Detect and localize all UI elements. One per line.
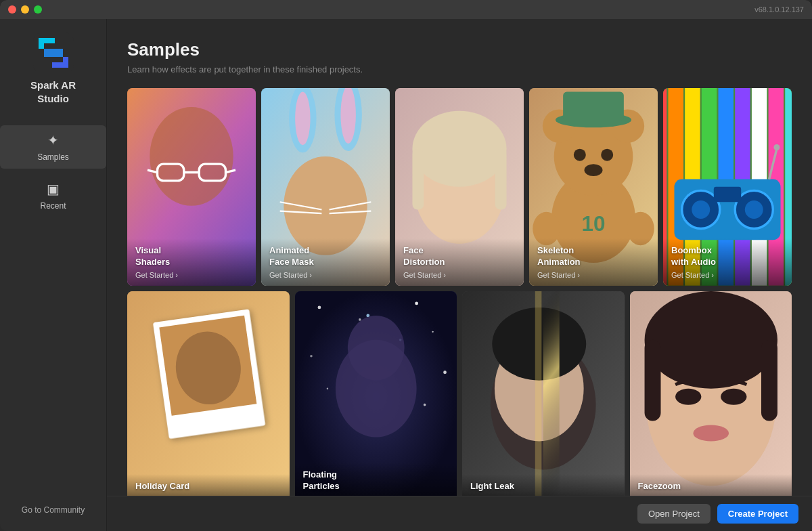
card-skeleton-animation-title: SkeletonAnimation [537,245,650,268]
card-holiday-card[interactable]: Holiday Card [127,291,290,502]
logo-container: Spark AR Studio [30,33,76,105]
svg-rect-79 [543,291,560,502]
sidebar-items: ✦ Samples ▣ Recent [0,125,106,217]
svg-rect-85 [761,340,777,421]
svg-point-88 [693,425,729,441]
card-face-distortion-title: FaceDistortion [403,245,516,268]
card-light-leak[interactable]: Light Leak [462,291,625,502]
samples-row-2: Holiday Card [127,291,792,502]
card-visual-shaders[interactable]: VisualShaders Get Started › [127,88,256,286]
svg-text:10: 10 [582,212,606,236]
card-face-distortion-overlay: FaceDistortion Get Started › [395,238,524,286]
svg-point-69 [326,387,328,389]
card-boombox-audio-cta[interactable]: Get Started › [671,271,784,279]
card-holiday-card-title: Holiday Card [135,481,281,492]
page-subtitle: Learn how effects are put together in th… [127,64,792,75]
svg-rect-26 [495,149,507,210]
card-face-distortion[interactable]: FaceDistortion Get Started › [395,88,524,286]
card-animated-face-mask-cta[interactable]: Get Started › [269,271,382,279]
svg-point-63 [317,305,321,309]
traffic-lights [8,5,42,14]
card-holiday-card-visual [127,291,290,502]
svg-rect-33 [563,92,624,121]
svg-point-36 [601,149,613,161]
card-boombox-audio-overlay: Boomboxwith Audio Get Started › [663,238,792,286]
spark-ar-logo-icon [33,33,74,73]
svg-point-74 [347,316,404,381]
svg-point-65 [415,301,418,305]
sidebar-item-recent-label: Recent [40,201,66,211]
card-animated-face-mask[interactable]: AnimatedFace Mask Get Started › [261,88,390,286]
main-layout: Spark AR Studio ✦ Samples ▣ Recent Go to… [0,19,812,531]
sidebar-item-samples-label: Samples [37,152,69,162]
svg-point-6 [150,107,233,206]
sidebar-item-recent[interactable]: ▣ Recent [0,174,106,217]
card-skeleton-animation-cta[interactable]: Get Started › [537,271,650,279]
sidebar-item-samples[interactable]: ✦ Samples [0,125,106,169]
svg-point-70 [423,404,426,406]
svg-point-15 [295,92,310,146]
card-animated-face-mask-title: AnimatedFace Mask [269,245,382,268]
card-floating-particles[interactable]: FloatingParticles [295,291,457,502]
card-light-leak-visual [462,291,625,502]
svg-rect-25 [412,149,424,210]
card-animated-face-mask-overlay: AnimatedFace Mask Get Started › [261,238,390,286]
recent-icon: ▣ [47,181,60,197]
card-floating-particles-title: FloatingParticles [303,469,449,492]
svg-point-86 [675,388,701,404]
open-project-button[interactable]: Open Project [637,504,710,524]
samples-icon: ✦ [47,132,59,148]
svg-point-52 [692,200,710,219]
app-name: Spark AR Studio [30,79,76,105]
card-boombox-audio[interactable]: Boomboxwith Audio Get Started › [663,88,792,286]
svg-point-16 [340,88,355,144]
page-title: Samples [127,39,792,60]
fullscreen-button[interactable] [34,5,42,14]
goto-community-button[interactable]: Go to Community [0,500,106,520]
svg-point-57 [773,144,780,150]
svg-point-83 [644,291,777,389]
card-light-leak-title: Light Leak [470,481,616,492]
svg-point-66 [432,331,433,332]
card-face-distortion-cta[interactable]: Get Started › [403,271,516,279]
minimize-button[interactable] [21,5,29,14]
titlebar: v68.1.0.12.137 [0,0,812,19]
samples-row-1: VisualShaders Get Started › [127,88,792,286]
svg-rect-80 [535,291,542,502]
card-facezoom-title: Facezoom [638,481,784,492]
svg-rect-55 [714,187,741,202]
svg-point-64 [359,318,361,321]
card-boombox-audio-title: Boomboxwith Audio [671,245,784,268]
card-visual-shaders-cta[interactable]: Get Started › [135,271,248,279]
svg-point-67 [310,355,313,358]
svg-point-37 [585,164,603,176]
svg-point-87 [721,388,746,404]
samples-grid: VisualShaders Get Started › [127,88,792,502]
card-visual-shaders-overlay: VisualShaders Get Started › [127,238,256,286]
svg-rect-4 [44,49,63,57]
card-facezoom[interactable]: Facezoom [630,291,792,502]
card-skeleton-animation-overlay: SkeletonAnimation Get Started › [529,238,658,286]
svg-point-35 [574,149,586,161]
card-facezoom-visual [630,291,792,502]
svg-point-24 [412,111,506,187]
content-area: Samples Learn how effects are put togeth… [107,19,812,531]
create-project-button[interactable]: Create Project [717,504,798,524]
sidebar: Spark AR Studio ✦ Samples ▣ Recent Go to… [0,19,107,531]
card-visual-shaders-title: VisualShaders [135,245,248,268]
svg-rect-84 [644,340,660,421]
version-label: v68.1.0.12.137 [754,5,804,14]
bottom-bar: Open Project Create Project [107,496,812,531]
svg-point-54 [745,200,763,219]
card-skeleton-animation[interactable]: 10 SkeletonAnimation Get Started › [529,88,658,286]
close-button[interactable] [8,5,16,14]
svg-point-68 [443,370,447,374]
